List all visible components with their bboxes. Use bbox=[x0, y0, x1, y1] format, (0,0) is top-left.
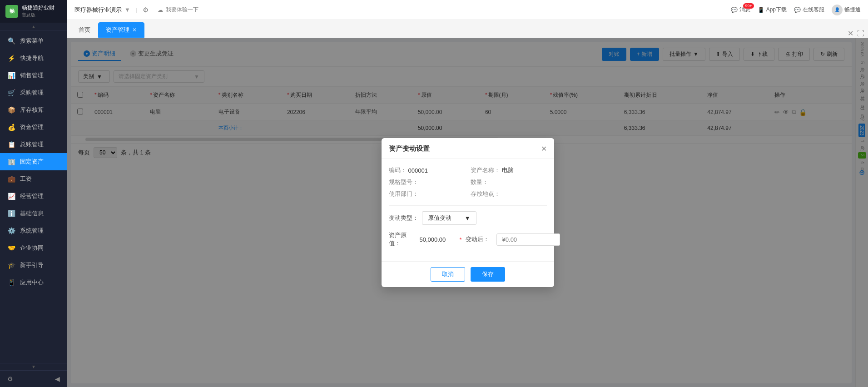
company-selector[interactable]: 医疗器械行业演示 ▼ bbox=[74, 6, 130, 14]
sidebar: 畅 畅捷通好业财 普及版 ▲ 🔍 搜索菜单 ⚡ 快捷导航 📊 销售管理 🛒 采购… bbox=[0, 0, 67, 387]
sidebar-item-search[interactable]: 🔍 搜索菜单 bbox=[0, 32, 67, 50]
messages-button[interactable]: 💬 消息 99+ bbox=[731, 6, 750, 14]
dialog-quantity-item: 数量： bbox=[471, 178, 547, 186]
topbar-right: 💬 消息 99+ 📱 App下载 💬 在线客服 👤 畅捷通 bbox=[731, 5, 861, 15]
app-title: 畅捷通好业财 bbox=[22, 5, 55, 12]
company-dropdown-icon: ▼ bbox=[124, 6, 130, 13]
sidebar-item-finance[interactable]: 💰 资金管理 bbox=[0, 119, 67, 136]
tab-close-icon[interactable]: ✕ bbox=[132, 27, 137, 33]
sidebar-item-payroll[interactable]: 💼 工资 bbox=[0, 170, 67, 188]
dialog-divider bbox=[389, 205, 547, 206]
change-type-select[interactable]: 原值变动 ▼ bbox=[422, 211, 476, 225]
dialog-department-item: 使用部门： bbox=[389, 190, 465, 198]
sidebar-nav: 🔍 搜索菜单 ⚡ 快捷导航 📊 销售管理 🛒 采购管理 📦 库存核算 💰 资金管… bbox=[0, 30, 67, 363]
online-service-button[interactable]: 💬 在线客服 bbox=[794, 6, 824, 14]
sidebar-item-operations[interactable]: 📈 经营管理 bbox=[0, 188, 67, 205]
dialog-info-grid: 编码： 000001 资产名称： 电脑 规格型号： 数量： bbox=[389, 166, 547, 198]
sidebar-item-enterprise[interactable]: 🤝 企业协同 bbox=[0, 239, 67, 257]
dialog-name-item: 资产名称： 电脑 bbox=[471, 166, 547, 174]
settings-button[interactable]: ⚙ bbox=[143, 6, 149, 14]
topbar: 医疗器械行业演示 ▼ | ⚙ ☁ 我要体验一下 💬 消息 99+ 📱 App下载… bbox=[67, 0, 868, 20]
sidebar-item-app-center[interactable]: 📱 应用中心 bbox=[0, 274, 67, 291]
tab-maximize-icon[interactable]: ⛶ bbox=[857, 30, 864, 38]
company-name: 医疗器械行业演示 bbox=[74, 6, 122, 14]
dialog-header: 资产变动设置 ✕ bbox=[382, 138, 554, 159]
app-download-button[interactable]: 📱 App下载 bbox=[758, 6, 787, 14]
sidebar-item-fixed-assets[interactable]: 🏢 固定资产 bbox=[0, 153, 67, 170]
download-icon: 📱 bbox=[758, 7, 764, 13]
dialog-value-field: 资产原值： 50,000.00 * 变动后： bbox=[389, 231, 547, 248]
ledger-icon: 📋 bbox=[7, 140, 15, 149]
dialog-body: 编码： 000001 资产名称： 电脑 规格型号： 数量： bbox=[382, 159, 554, 261]
sidebar-scroll-up[interactable]: ▲ bbox=[0, 23, 67, 30]
dialog-spec-item: 规格型号： bbox=[389, 178, 465, 186]
sidebar-item-sales[interactable]: 📊 销售管理 bbox=[0, 67, 67, 84]
dialog-footer: 取消 保存 bbox=[382, 261, 554, 287]
sidebar-scroll-down[interactable]: ▼ bbox=[0, 363, 67, 370]
dialog-cancel-button[interactable]: 取消 bbox=[431, 267, 465, 282]
dialog-save-button[interactable]: 保存 bbox=[471, 267, 505, 282]
sidebar-item-basic-info[interactable]: ℹ️ 基础信息 bbox=[0, 205, 67, 222]
dialog-code-item: 编码： 000001 bbox=[389, 166, 465, 174]
dialog-title: 资产变动设置 bbox=[389, 144, 430, 153]
dialog-location-item: 存放地点： bbox=[471, 190, 547, 198]
system-icon: ⚙️ bbox=[7, 227, 15, 235]
modal-overlay[interactable]: 资产变动设置 ✕ 编码： 000001 资产名称： 电脑 bbox=[67, 38, 868, 387]
sales-icon: 📊 bbox=[7, 71, 15, 79]
search-icon: 🔍 bbox=[7, 37, 15, 45]
sidebar-item-ledger[interactable]: 📋 总账管理 bbox=[0, 136, 67, 153]
sidebar-item-quick-nav[interactable]: ⚡ 快捷导航 bbox=[0, 50, 67, 67]
operations-icon: 📈 bbox=[7, 192, 15, 200]
finance-icon: 💰 bbox=[7, 123, 15, 131]
avatar: 👤 bbox=[832, 5, 843, 15]
app-logo: 畅 bbox=[5, 5, 18, 18]
tab-asset-mgmt[interactable]: 资产管理 ✕ bbox=[98, 22, 144, 38]
tabbar: 首页 资产管理 ✕ ✕ ⛶ bbox=[67, 20, 868, 38]
sidebar-item-system[interactable]: ⚙️ 系统管理 bbox=[0, 222, 67, 239]
guide-icon: 🎓 bbox=[7, 261, 15, 269]
sidebar-item-inventory[interactable]: 📦 库存核算 bbox=[0, 101, 67, 119]
message-icon: 💬 bbox=[731, 7, 738, 13]
enterprise-icon: 🤝 bbox=[7, 244, 15, 252]
sidebar-header: 畅 畅捷通好业财 普及版 bbox=[0, 0, 67, 23]
change-type-dropdown-icon: ▼ bbox=[465, 215, 471, 222]
after-value-input[interactable] bbox=[496, 233, 560, 246]
payroll-icon: 💼 bbox=[7, 175, 15, 183]
app-subtitle: 普及版 bbox=[22, 12, 55, 18]
service-icon: 💬 bbox=[794, 7, 801, 13]
app-center-icon: 📱 bbox=[7, 278, 15, 287]
trial-button[interactable]: ☁ 我要体验一下 bbox=[158, 6, 198, 14]
cloud-icon: ☁ bbox=[158, 7, 163, 13]
sidebar-item-guide[interactable]: 🎓 新手引导 bbox=[0, 257, 67, 274]
quick-nav-icon: ⚡ bbox=[7, 54, 15, 62]
asset-change-dialog: 资产变动设置 ✕ 编码： 000001 资产名称： 电脑 bbox=[382, 138, 554, 287]
fixed-assets-icon: 🏢 bbox=[7, 158, 15, 166]
dialog-close-button[interactable]: ✕ bbox=[541, 144, 547, 153]
tab-close-window-icon[interactable]: ✕ bbox=[848, 29, 853, 38]
dialog-change-type-field: 变动类型： 原值变动 ▼ bbox=[389, 211, 547, 225]
settings-icon[interactable]: ⚙ bbox=[7, 375, 13, 382]
collapse-icon[interactable]: ◀ bbox=[55, 375, 60, 382]
content-area: ● 资产明细 ● 变更生成凭证 对账 bbox=[67, 38, 868, 387]
inventory-icon: 📦 bbox=[7, 106, 15, 114]
tab-home[interactable]: 首页 bbox=[71, 22, 98, 38]
purchase-icon: 🛒 bbox=[7, 89, 15, 97]
sidebar-footer: ⚙ ◀ bbox=[0, 370, 67, 387]
basic-info-icon: ℹ️ bbox=[7, 209, 15, 218]
user-menu[interactable]: 👤 畅捷通 bbox=[832, 5, 861, 15]
main-area: 医疗器械行业演示 ▼ | ⚙ ☁ 我要体验一下 💬 消息 99+ 📱 App下载… bbox=[67, 0, 868, 387]
sidebar-item-purchase[interactable]: 🛒 采购管理 bbox=[0, 84, 67, 101]
message-count-badge: 99+ bbox=[743, 3, 754, 9]
